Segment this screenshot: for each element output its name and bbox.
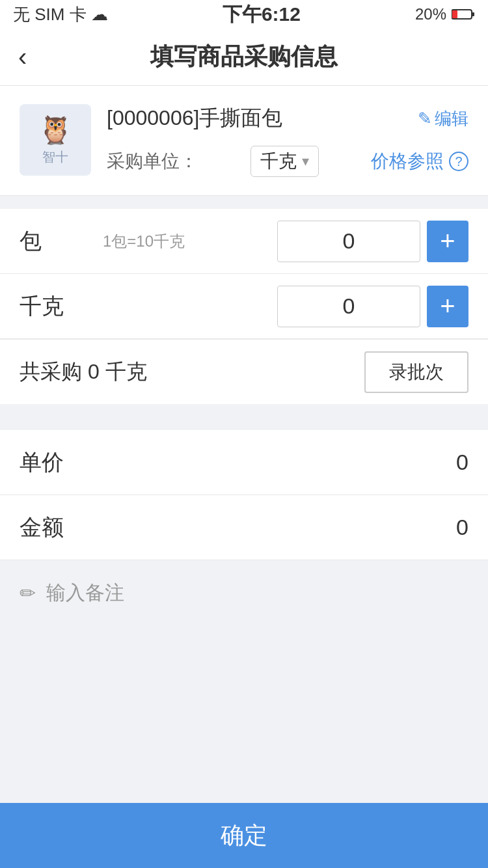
status-left: 无 SIM 卡 ☁ (13, 3, 108, 26)
section-divider-1 (0, 196, 488, 209)
unit-row: 采购单位： 千克 ▾ 价格参照 ? (107, 146, 468, 177)
unit-label-text: 采购单位： (107, 149, 198, 174)
bao-number-input[interactable] (277, 221, 420, 262)
plus-icon: + (440, 292, 455, 321)
status-right: 20% (415, 5, 475, 23)
confirm-button[interactable]: 确定 (0, 803, 488, 868)
nav-bar: ‹ 填写商品采购信息 (0, 29, 488, 86)
edit-button[interactable]: ✎ 编辑 (418, 107, 468, 130)
kg-input-row: 千克 + (0, 274, 488, 339)
status-bar: 无 SIM 卡 ☁ 下午6:12 20% (0, 0, 488, 29)
kg-label: 千克 (20, 292, 98, 321)
sim-label: 无 SIM 卡 ☁ (13, 3, 108, 26)
status-time: 下午6:12 (223, 1, 301, 28)
bao-sublabel: 1包=10千克 (103, 231, 185, 252)
batch-button[interactable]: 录批次 (364, 351, 468, 393)
product-name-row: [0000006]手撕面包 ✎ 编辑 (107, 104, 468, 133)
bao-input-wrap: + (277, 221, 468, 262)
kg-plus-button[interactable]: + (427, 286, 468, 327)
kg-number-input[interactable] (277, 286, 420, 327)
bao-label: 包 (20, 226, 98, 256)
bao-plus-button[interactable]: + (427, 221, 468, 262)
product-info: [0000006]手撕面包 ✎ 编辑 采购单位： 千克 ▾ 价格参照 ? (107, 104, 468, 177)
owl-icon: 🦉 (38, 114, 72, 146)
page-title: 填写商品采购信息 (150, 41, 338, 73)
amount-label: 金额 (20, 513, 64, 543)
summary-text: 共采购 0 千克 (20, 358, 147, 387)
svg-rect-2 (452, 10, 457, 18)
help-icon: ? (449, 152, 468, 171)
svg-rect-1 (472, 12, 474, 16)
plus-icon: + (440, 226, 455, 256)
amount-row: 金额 0 (0, 495, 488, 560)
product-name: [0000006]手撕面包 (107, 104, 282, 133)
chevron-down-icon: ▾ (302, 153, 309, 170)
unit-price-row: 单价 0 (0, 430, 488, 495)
kg-input-wrap: + (277, 286, 468, 327)
remark-placeholder: 输入备注 (46, 580, 124, 606)
amount-value: 0 (456, 515, 468, 540)
battery-icon (452, 8, 475, 20)
price-ref-button[interactable]: 价格参照 ? (371, 149, 468, 174)
unit-select[interactable]: 千克 ▾ (251, 146, 319, 177)
product-image: 🦉 智十 (20, 104, 91, 176)
unit-price-label: 单价 (20, 448, 64, 478)
edit-icon: ✎ (418, 109, 432, 129)
bao-input-row: 包 1包=10千克 + (0, 209, 488, 274)
remark-section[interactable]: ✏ 输入备注 (0, 560, 488, 626)
input-section: 包 1包=10千克 + 千克 + (0, 209, 488, 339)
pencil-icon: ✏ (20, 582, 36, 604)
product-card: 🦉 智十 [0000006]手撕面包 ✎ 编辑 采购单位： 千克 ▾ 价格参照 … (0, 86, 488, 196)
summary-row: 共采购 0 千克 录批次 (0, 339, 488, 404)
battery-level: 20% (415, 5, 446, 23)
unit-price-value: 0 (456, 450, 468, 475)
price-section: 单价 0 金额 0 (0, 430, 488, 560)
back-button[interactable]: ‹ (18, 42, 27, 72)
confirm-label: 确定 (221, 820, 267, 852)
section-divider-2 (0, 404, 488, 417)
brand-label: 智十 (42, 148, 68, 166)
